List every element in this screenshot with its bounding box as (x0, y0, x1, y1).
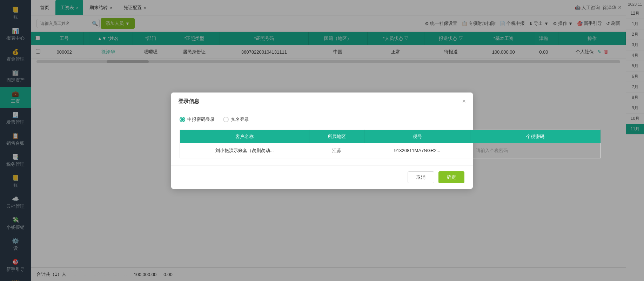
inner-col-region: 所属地区 (309, 130, 364, 143)
inner-col-client: 客户名称 (180, 130, 309, 143)
cancel-button[interactable]: 取消 (408, 171, 434, 183)
login-info-table: 客户名称 所属地区 税号 个税密码 刘小艳演示账套（勿删勿动... 江苏 913… (180, 130, 601, 158)
radio-realname-login[interactable]: 实名登录 (223, 116, 249, 123)
modal-title: 登录信息 (178, 98, 199, 105)
modal-body: 申报密码登录 实名登录 客户名称 所属地区 税号 个税密码 (171, 109, 473, 165)
inner-tax-no: 91320811MA7NGR2... (364, 143, 470, 158)
inner-region: 江苏 (309, 143, 364, 158)
modal-close-button[interactable]: × (462, 98, 466, 104)
radio-realname-circle (223, 117, 229, 122)
inner-col-tax-no: 税号 (364, 130, 470, 143)
login-type-radio-group: 申报密码登录 实名登录 (180, 116, 464, 123)
modal-header: 登录信息 × (171, 92, 473, 109)
inner-tax-password-cell (470, 143, 601, 158)
modal-overlay[interactable]: 登录信息 × 申报密码登录 实名登录 客户名称 (0, 0, 644, 281)
inner-col-password: 个税密码 (470, 130, 601, 143)
tax-password-input[interactable] (476, 148, 595, 153)
inner-table-row: 刘小艳演示账套（勿删勿动... 江苏 91320811MA7NGR2... (180, 143, 601, 158)
confirm-button[interactable]: 确定 (438, 171, 464, 183)
radio-password-login[interactable]: 申报密码登录 (180, 116, 215, 123)
inner-client-name: 刘小艳演示账套（勿删勿动... (180, 143, 309, 158)
radio-password-circle (180, 117, 185, 122)
login-modal: 登录信息 × 申报密码登录 实名登录 客户名称 (171, 92, 473, 189)
modal-footer: 取消 确定 (171, 165, 473, 189)
